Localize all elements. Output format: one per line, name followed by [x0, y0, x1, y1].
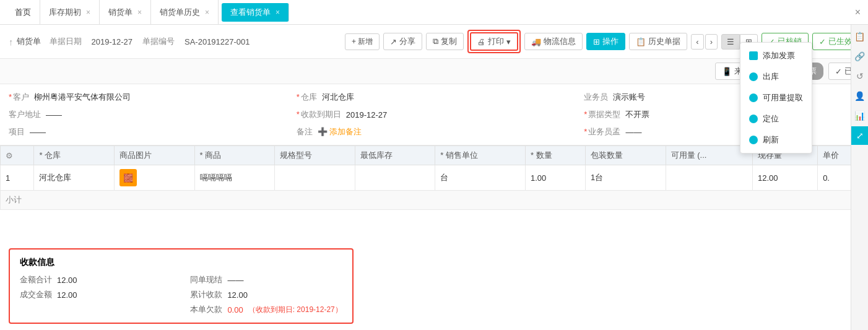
doc-meta: 单据日期 2019-12-27 单据编号 SA-20191227-001 [50, 36, 250, 47]
col-product-img: 商品图片 [115, 146, 195, 165]
check-mark: ✓ [835, 67, 842, 76]
form-section: 客户 柳州粤港平安气体有限公司 仓库 河北仓库 业务员 演示账号 客户地址 ——… [0, 84, 868, 145]
address-row: 客户地址 —— [9, 109, 284, 120]
row-stock: 12.00 [753, 165, 818, 191]
refresh-icon [749, 136, 758, 144]
logistics-button[interactable]: 🚚 物流信息 [524, 33, 583, 50]
row-sales-unit: 台 [435, 165, 526, 191]
print-highlight-box: 🖨 打印 ▾ [467, 30, 521, 53]
dropdown-locate[interactable]: 定位 [740, 108, 812, 129]
number-label: 单据编号 [142, 36, 175, 47]
tab-sales-history[interactable]: 销货单历史 × [151, 0, 219, 24]
cumulative-value: 12.00 [227, 290, 248, 300]
customer-row: 客户 柳州粤港平安气体有限公司 [9, 92, 284, 103]
balance-value: 0.00 [227, 305, 243, 315]
history-icon: 📋 [636, 37, 646, 46]
list-view-button[interactable]: ☰ [721, 34, 740, 50]
payment-info-box: 收款信息 金额合计 12.00 同单现结 —— 成交金额 12.00 [9, 248, 354, 324]
tab-inventory-label: 库存期初 [49, 7, 81, 18]
right-panel-icon-3[interactable]: ↺ [851, 67, 868, 85]
tab-bar: 首页 库存期初 × 销货单 × 销货单历史 × 查看销货单 × × [0, 0, 868, 25]
row-warehouse: 河北仓库 [34, 165, 115, 191]
salesperson-row: 业务员 演示账号 [584, 92, 859, 103]
col-sales-unit: * 销售单位 [435, 146, 526, 165]
right-panel-icon-1[interactable]: 📋 [851, 27, 868, 46]
col-spec: 规格型号 [275, 146, 355, 165]
right-panel-icon-2[interactable]: 🔗 [851, 47, 868, 66]
add-button[interactable]: + 新增 [345, 33, 380, 50]
tab-view-sales[interactable]: 查看销货单 × [222, 3, 289, 22]
add-note-button[interactable]: ➕ 添加备注 [318, 126, 362, 137]
salesperson-label: 业务员 [584, 92, 608, 103]
ticket-type-label: 票据类型 [584, 109, 620, 120]
row-quantity: 1.00 [526, 165, 586, 191]
transaction-row: 成交金额 12.00 [20, 289, 171, 300]
product-image: 🧱 [119, 169, 137, 186]
ticket-type-value: 不开票 [625, 109, 649, 120]
salesperson2-label: 业务员孟 [584, 126, 620, 137]
operations-button[interactable]: ⊞ 操作 [586, 33, 625, 50]
right-panel-icon-5[interactable]: 📊 [851, 106, 868, 125]
tab-history-label: 销货单历史 [160, 7, 200, 18]
window-close-button[interactable]: × [855, 7, 861, 18]
print-button[interactable]: 🖨 打印 ▾ [470, 32, 518, 51]
warehouse-label: 仓库 [297, 92, 317, 103]
operations-icon: ⊞ [593, 37, 600, 46]
prev-button[interactable]: ‹ [691, 34, 703, 50]
mobile-icon: 📱 [722, 67, 732, 76]
tab-sales-close[interactable]: × [137, 8, 142, 17]
sales-table: ⚙ * 仓库 商品图片 * 商品 规格型号 最低库存 * 销售单位 * 数量 包… [0, 145, 868, 210]
row-num: 1 [1, 165, 34, 191]
copy-button[interactable]: ⧉ 复制 [426, 33, 464, 50]
subtotal-label: 小计 [1, 191, 868, 210]
note-label: 备注 [297, 126, 313, 137]
warehouse-row: 仓库 河北仓库 [297, 92, 572, 103]
customer-label: 客户 [9, 92, 29, 103]
customer-value: 柳州粤港平安气体有限公司 [34, 92, 131, 103]
right-panel-icon-4[interactable]: 👤 [851, 87, 868, 105]
data-table-section: ⚙ * 仓库 商品图片 * 商品 规格型号 最低库存 * 销售单位 * 数量 包… [0, 145, 868, 242]
nav-arrows: ‹ › [691, 34, 718, 50]
dropdown-add-invoice[interactable]: 添加发票 [740, 45, 812, 66]
payment-date-value: 2019-12-27 [346, 110, 388, 119]
dropdown-refresh[interactable]: 刷新 [740, 129, 812, 150]
print-icon: 🖨 [477, 37, 485, 46]
same-order-row: 同单现结 —— [190, 274, 342, 285]
tab-inventory-close[interactable]: × [86, 8, 90, 17]
total-value: 12.00 [57, 276, 77, 285]
out-warehouse-icon [749, 72, 758, 81]
table-row: 1 河北仓库 🧱 嗝嗝嗝嗝 台 1.00 1台 12.00 0. [1, 165, 868, 191]
col-pack-qty: 包装数量 [586, 146, 666, 165]
tab-home[interactable]: 首页 [6, 0, 40, 24]
row-product: 嗝嗝嗝嗝 [194, 165, 275, 191]
transaction-value: 12.00 [57, 290, 77, 300]
bottom-section: 收款信息 金额合计 12.00 同单现结 —— 成交金额 12.00 [0, 242, 868, 330]
total-label: 金额合计 [20, 274, 52, 285]
dropdown-out-warehouse[interactable]: 出库 [740, 66, 812, 87]
project-label: 项目 [9, 126, 25, 137]
doc-type-icon: ↑ [9, 37, 14, 47]
next-button[interactable]: › [705, 34, 718, 50]
payment-date-row: 收款到期日 2019-12-27 [297, 109, 572, 120]
tab-view-close[interactable]: × [276, 8, 280, 17]
history-button[interactable]: 📋 历史单据 [629, 33, 687, 50]
settings-icon[interactable]: ⚙ [6, 151, 13, 160]
note-row: 备注 ➕ 添加备注 [297, 126, 572, 137]
dropdown-available-extract[interactable]: 可用量提取 [740, 87, 812, 108]
salesperson2-value: —— [625, 128, 641, 137]
address-value: —— [46, 110, 62, 119]
add-invoice-icon [749, 51, 758, 60]
right-panel-icon-6[interactable]: ⤢ [851, 126, 868, 145]
col-quantity: * 数量 [526, 146, 586, 165]
transaction-label: 成交金额 [20, 289, 52, 300]
tab-sales-order[interactable]: 销货单 × [100, 0, 151, 24]
tab-history-close[interactable]: × [205, 8, 209, 17]
balance-hint: （收款到期日: 2019-12-27） [248, 305, 342, 315]
doc-type-label: 销货单 [17, 36, 41, 47]
share-button[interactable]: ↗ 分享 [383, 33, 422, 50]
share-icon: ↗ [390, 37, 397, 46]
row-pack-qty: 1台 [586, 165, 666, 191]
col-settings[interactable]: ⚙ [1, 146, 34, 165]
col-warehouse: * 仓库 [34, 146, 115, 165]
tab-inventory-start[interactable]: 库存期初 × [40, 0, 100, 24]
